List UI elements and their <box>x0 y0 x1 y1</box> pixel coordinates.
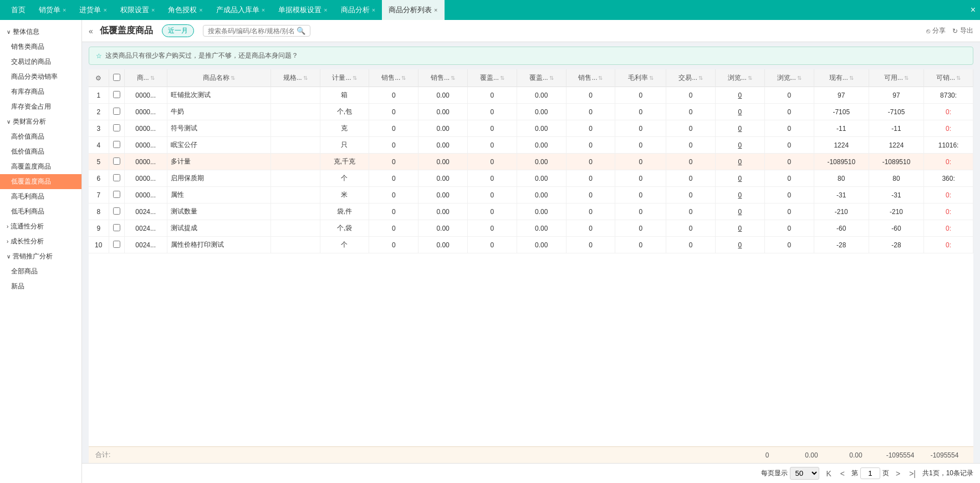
sidebar-item-category-rate[interactable]: 商品分类动销率 <box>0 69 81 84</box>
export-button[interactable]: ↻ 导出 <box>952 26 973 35</box>
col-cover1[interactable]: 覆盖...⇅ <box>467 69 517 87</box>
nav-role[interactable]: 角色授权 × <box>161 0 209 20</box>
next-page-button[interactable]: > <box>894 469 902 478</box>
sidebar-item-low-coverage[interactable]: 低覆盖度商品 <box>0 174 81 189</box>
nav-permission-close[interactable]: × <box>151 7 155 13</box>
sidebar-section-liquidity[interactable]: › 流通性分析 <box>0 219 81 234</box>
cell-gross: 0 <box>615 237 666 253</box>
col-name[interactable]: 商品名称⇅ <box>167 69 270 87</box>
col-available[interactable]: 可用...⇅ <box>869 69 923 87</box>
col-sellable[interactable]: 可销...⇅ <box>924 69 973 87</box>
view-link[interactable]: 0 <box>738 108 742 116</box>
select-all-checkbox[interactable] <box>113 74 120 81</box>
view-link[interactable]: 0 <box>738 241 742 249</box>
col-sales3[interactable]: 销售...⇅ <box>566 69 615 87</box>
sidebar-item-high-value[interactable]: 高价值商品 <box>0 129 81 144</box>
cell-name: 属性价格打印测试 <box>167 237 270 253</box>
content-area: « 低覆盖度商品 近一月 🔍 ⎋ 分享 ↻ 导出 ☆ 这类商品 <box>82 20 980 483</box>
nav-role-close[interactable]: × <box>199 7 202 13</box>
nav-sales[interactable]: 销货单 × <box>32 0 73 20</box>
row-checkbox[interactable] <box>113 191 120 198</box>
col-cover2[interactable]: 覆盖...⇅ <box>517 69 566 87</box>
cell-view1: 0 <box>716 87 765 104</box>
cell-available: -31 <box>869 187 923 204</box>
view-link[interactable]: 0 <box>738 191 742 199</box>
col-gross[interactable]: 毛利率⇅ <box>615 69 666 87</box>
col-code[interactable]: 商...⇅ <box>124 69 167 87</box>
nav-permission[interactable]: 权限设置 × <box>114 0 161 20</box>
sidebar-section-wealth[interactable]: ∨ 类财富分析 <box>0 114 81 129</box>
col-unit[interactable]: 计量...⇅ <box>320 69 369 87</box>
sidebar-item-low-value[interactable]: 低价值商品 <box>0 144 81 159</box>
row-checkbox[interactable] <box>113 157 120 165</box>
row-checkbox[interactable] <box>113 207 120 215</box>
time-filter-button[interactable]: 近一月 <box>162 24 194 37</box>
sidebar-item-low-margin[interactable]: 低毛利商品 <box>0 204 81 219</box>
sidebar-item-sales-goods[interactable]: 销售类商品 <box>0 39 81 54</box>
nav-template[interactable]: 单据模板设置 × <box>272 0 334 20</box>
nav-purchase-close[interactable]: × <box>103 7 106 13</box>
col-view1[interactable]: 浏览...⇅ <box>716 69 765 87</box>
prev-page-button[interactable]: < <box>838 469 847 478</box>
first-page-button[interactable]: K <box>824 469 833 478</box>
view-link[interactable]: 0 <box>738 175 742 182</box>
share-label: 分享 <box>932 26 946 35</box>
nav-home[interactable]: 首页 <box>4 0 32 20</box>
row-checkbox[interactable] <box>113 141 120 148</box>
view-link[interactable]: 0 <box>738 91 742 99</box>
cell-sales2: 0.00 <box>418 87 468 104</box>
sidebar-item-all-goods[interactable]: 全部商品 <box>0 264 81 279</box>
share-button[interactable]: ⎋ 分享 <box>926 26 946 35</box>
search-input[interactable] <box>208 27 297 35</box>
row-checkbox[interactable] <box>113 224 120 231</box>
cell-sales1: 0 <box>369 154 418 170</box>
collapse-sidebar-button[interactable]: « <box>89 27 93 35</box>
last-page-button[interactable]: >| <box>907 469 918 478</box>
window-close-button[interactable]: × <box>971 5 976 15</box>
col-sales2[interactable]: 销售...⇅ <box>418 69 468 87</box>
nav-product-warehouse[interactable]: 产成品入库单 × <box>210 0 272 20</box>
sidebar-item-new-goods[interactable]: 新品 <box>0 279 81 294</box>
sidebar-item-high-margin[interactable]: 高毛利商品 <box>0 189 81 204</box>
sidebar-item-in-stock[interactable]: 有库存商品 <box>0 84 81 99</box>
cell-checkbox <box>109 104 124 120</box>
view-link[interactable]: 0 <box>738 225 742 232</box>
sidebar-section-marketing[interactable]: ∨ 营销推广分析 <box>0 249 81 264</box>
view-link[interactable]: 0 <box>738 141 742 149</box>
view-link[interactable]: 0 <box>738 208 742 216</box>
row-checkbox[interactable] <box>113 108 120 115</box>
row-checkbox[interactable] <box>113 241 120 248</box>
nav-product-warehouse-close[interactable]: × <box>262 7 265 13</box>
sidebar-item-stock-capital[interactable]: 库存资金占用 <box>0 99 81 114</box>
nav-goods-analysis-close[interactable]: × <box>372 7 375 13</box>
page-number-input[interactable] <box>860 467 880 479</box>
col-view2[interactable]: 浏览...⇅ <box>764 69 814 87</box>
sidebar-item-high-coverage[interactable]: 高覆盖度商品 <box>0 159 81 174</box>
nav-product-warehouse-label: 产成品入库单 <box>216 5 259 15</box>
cell-cover2: 0.00 <box>517 170 566 187</box>
per-page-select[interactable]: 50 20 100 <box>790 467 819 480</box>
row-checkbox[interactable] <box>113 174 120 181</box>
row-checkbox[interactable] <box>113 91 120 98</box>
sidebar-item-traded-goods[interactable]: 交易过的商品 <box>0 54 81 69</box>
col-spec[interactable]: 规格...⇅ <box>270 69 320 87</box>
row-checkbox[interactable] <box>113 124 120 131</box>
export-label: 导出 <box>960 26 973 35</box>
col-trade[interactable]: 交易...⇅ <box>666 69 716 87</box>
view-link[interactable]: 0 <box>738 158 742 166</box>
table-container[interactable]: ⚙ 商...⇅ 商品名称⇅ 规格...⇅ 计量...⇅ 销售...⇅ 销售...… <box>89 69 973 446</box>
nav-goods-analysis-list[interactable]: 商品分析列表 × <box>382 0 444 20</box>
col-settings[interactable]: ⚙ <box>89 69 109 87</box>
nav-goods-analysis-list-close[interactable]: × <box>434 7 437 13</box>
col-current[interactable]: 现有...⇅ <box>814 69 869 87</box>
col-sales1[interactable]: 销售...⇅ <box>369 69 418 87</box>
sidebar-section-overall[interactable]: ∨ 整体信息 <box>0 24 81 39</box>
view-link[interactable]: 0 <box>738 125 742 133</box>
nav-goods-analysis[interactable]: 商品分析 × <box>334 0 382 20</box>
sidebar: ∨ 整体信息 销售类商品 交易过的商品 商品分类动销率 有库存商品 库存资金占用… <box>0 20 82 483</box>
nav-purchase[interactable]: 进货单 × <box>73 0 113 20</box>
nav-sales-close[interactable]: × <box>63 7 66 13</box>
nav-template-close[interactable]: × <box>324 7 327 13</box>
sidebar-section-growth[interactable]: › 成长性分析 <box>0 234 81 249</box>
search-container: 🔍 <box>203 25 310 37</box>
